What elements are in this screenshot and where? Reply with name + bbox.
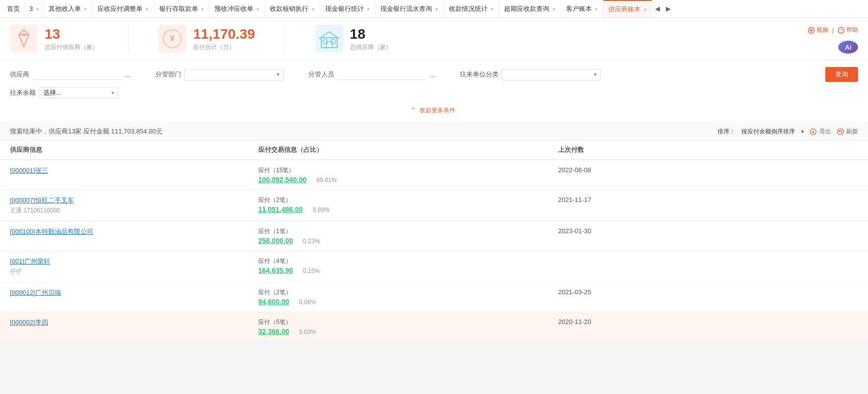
close-icon[interactable]: × <box>491 6 494 12</box>
export-button[interactable]: 导出 <box>810 128 831 136</box>
supplier-link[interactable]: [000001]张三 <box>10 166 258 175</box>
sort-select[interactable]: 按应付余额倒序排序 <box>741 128 795 136</box>
supplier-info: [001]广州荣轩 仔仔 <box>10 257 258 276</box>
nav-tab-overdue[interactable]: 超期应收款查询 × <box>499 0 561 18</box>
close-icon[interactable]: × <box>311 6 314 12</box>
col-header-supplier: 供应商信息 <box>10 145 258 154</box>
summary-number-3: 18 <box>350 26 392 42</box>
tx-amount[interactable]: 258,000.00 <box>258 237 293 245</box>
sort-prefix: 排序： <box>718 128 735 136</box>
help-link[interactable]: 帮助 <box>846 26 858 34</box>
supplier-info: [000001]张三 <box>10 166 258 177</box>
close-icon[interactable]: × <box>145 6 148 12</box>
tx-row: 94,600.00 0.08% <box>258 298 558 306</box>
query-button[interactable]: 查询 <box>825 67 858 82</box>
nav-tab-3-label: 3 <box>29 5 33 12</box>
svg-text:?: ? <box>840 28 842 33</box>
tx-info: 应付（1笔） 258,000.00 0.23% <box>258 227 558 245</box>
nav-tab-customer-account[interactable]: 客户账本 × <box>561 0 603 18</box>
filter-person-label: 分管人员 <box>308 70 334 79</box>
close-icon[interactable]: × <box>36 6 39 12</box>
sort-arrow-icon[interactable]: ▾ <box>801 128 804 135</box>
collapse-label: 收起更多条件 <box>420 107 455 114</box>
nav-tab-cashbank-flow[interactable]: 现金银行流水查询 × <box>375 0 443 18</box>
nav-tab-customer-account-label: 客户账本 <box>566 4 592 13</box>
supplier-input[interactable] <box>32 69 122 80</box>
result-bar: 搜索结果中，供应商13家 应付金额 111,703,854.00元 排序： 按应… <box>0 123 868 140</box>
summary-content-3: 18 总供应商（家） <box>350 26 392 52</box>
filter-balance: 往来余额 选择... <box>10 87 118 98</box>
tx-row: 32,366.00 0.03% <box>258 328 558 335</box>
result-actions: 排序： 按应付余额倒序排序 ▾ 导出 刷新 <box>718 128 858 136</box>
video-link[interactable]: 视频 <box>816 26 828 34</box>
nav-tab-supplier-account-label: 供应商账本 <box>608 5 641 14</box>
close-icon[interactable]: × <box>256 6 259 12</box>
summary-card-2: ¥ 11,170.39 应付合计（万） <box>158 25 255 53</box>
tx-amount[interactable]: 94,600.00 <box>258 298 289 306</box>
svg-point-1 <box>22 33 25 36</box>
supplier-link[interactable]: [000007]恒旺二手叉车 <box>10 196 258 205</box>
supplier-sub: 仔仔 <box>10 267 258 276</box>
tx-amount[interactable]: 32,366.00 <box>258 328 289 335</box>
table-row: [000002]李四 应付（5笔） 32,366.00 0.03% 2020-1… <box>0 312 868 342</box>
nav-tab-collection[interactable]: 收款核销执行 × <box>265 0 320 18</box>
supplier-link[interactable]: [000012]广州贝瑞 <box>10 288 258 297</box>
nav-tab-prepay[interactable]: 预收冲应收单 × <box>210 0 265 18</box>
refresh-label: 刷新 <box>846 128 858 135</box>
tx-amount[interactable]: 100,092,540.00 <box>258 176 306 184</box>
tx-amount[interactable]: 164,635.90 <box>258 266 293 274</box>
tx-info: 应付（2笔） 11,051,486.00 9.89% <box>258 196 558 213</box>
close-icon[interactable]: × <box>435 6 438 12</box>
nav-bar: 首页 3 × 其他收入单 × 应收应付调整单 × 银行存取款单 × 预收冲应收单… <box>0 0 868 18</box>
close-icon[interactable]: × <box>84 6 87 12</box>
nav-tab-ar-ap-adjust[interactable]: 应收应付调整单 × <box>92 0 154 18</box>
close-icon[interactable]: × <box>367 6 370 12</box>
close-icon[interactable]: × <box>595 6 598 12</box>
nav-tab-bank-deposit[interactable]: 银行存取款单 × <box>154 0 210 18</box>
supplier-sub: 王通 17106110000 <box>10 206 258 215</box>
nav-tab-3[interactable]: 3 × <box>25 0 44 18</box>
summary-card-3: 18 总供应商（家） <box>315 25 392 53</box>
person-ellipsis-icon[interactable]: ... <box>430 70 435 78</box>
person-input[interactable] <box>337 69 427 80</box>
nav-tab-overdue-label: 超期应收款查询 <box>504 4 549 13</box>
result-info: 搜索结果中，供应商13家 应付金额 111,703,854.00元 <box>10 127 162 136</box>
col-header-tx: 应付交易信息（占比） <box>258 145 558 154</box>
collapse-bar[interactable]: ⌃ 收起更多条件 <box>10 103 858 118</box>
supplier-link[interactable]: [001]广州荣轩 <box>10 257 258 266</box>
close-icon[interactable]: × <box>552 6 555 12</box>
balance-select[interactable]: 选择... <box>39 87 118 98</box>
dept-select[interactable] <box>184 69 284 80</box>
nav-tab-receipt-stat[interactable]: 收款情况统计 × <box>444 0 499 18</box>
tx-percent: 89.61% <box>316 177 337 184</box>
table-row: [000001]张三 应付（15笔） 100,092,540.00 89.61%… <box>0 160 868 190</box>
nav-tab-ar-ap-adjust-label: 应收应付调整单 <box>97 4 143 13</box>
supplier-ellipsis-icon[interactable]: ... <box>125 70 131 78</box>
refresh-button[interactable]: 刷新 <box>837 128 858 136</box>
filter-category: 往来单位分类 <box>460 69 601 80</box>
close-icon[interactable]: × <box>201 6 204 12</box>
nav-tab-home[interactable]: 首页 <box>2 0 25 18</box>
nav-tab-cashbank-stat-label: 现金银行统计 <box>325 4 364 13</box>
category-select[interactable] <box>502 69 601 80</box>
supplier-link[interactable]: [000100]本特勤油品有限公司 <box>10 227 258 236</box>
nav-arrow-right[interactable]: ▶ <box>663 5 674 12</box>
col-header-lastpay: 上次付数 <box>558 145 858 154</box>
supplier-link[interactable]: [000002]李四 <box>10 318 258 327</box>
nav-tab-other-income[interactable]: 其他收入单 × <box>44 0 92 18</box>
tx-info: 应付（15笔） 100,092,540.00 89.61% <box>258 166 558 184</box>
ai-badge[interactable]: Ai <box>838 41 858 54</box>
nav-arrow-left[interactable]: ◀ <box>652 5 663 12</box>
nav-tab-cashbank-stat[interactable]: 现金银行统计 × <box>320 0 375 18</box>
supplier1-icon <box>10 25 38 53</box>
supplier-info: [000007]恒旺二手叉车 王通 17106110000 <box>10 196 258 215</box>
svg-point-16 <box>837 129 843 134</box>
category-select-wrapper <box>502 69 601 80</box>
nav-tab-bank-deposit-label: 银行存取款单 <box>159 4 198 13</box>
table-row: [000100]本特勤油品有限公司 应付（1笔） 258,000.00 0.23… <box>0 221 868 251</box>
nav-tab-supplier-account[interactable]: 供应商账本 × <box>603 0 652 18</box>
divider-2 <box>285 24 286 54</box>
close-icon[interactable]: × <box>644 6 647 12</box>
tx-row: 258,000.00 0.23% <box>258 237 558 245</box>
tx-amount[interactable]: 11,051,486.00 <box>258 205 303 213</box>
